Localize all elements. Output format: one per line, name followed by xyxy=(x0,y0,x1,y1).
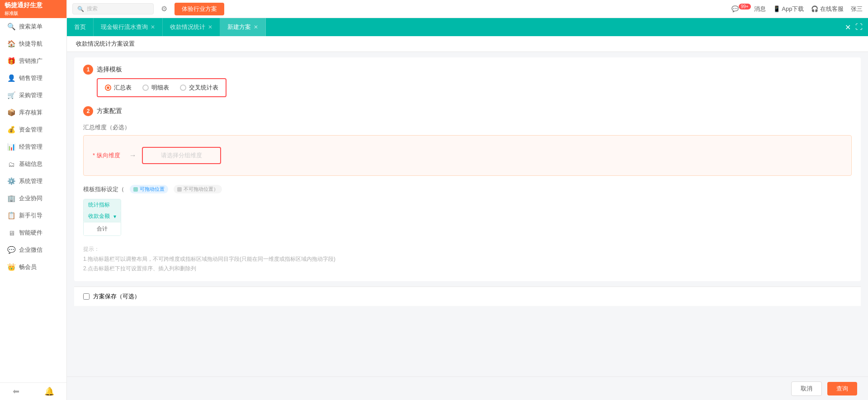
tabbar-expand-icon[interactable]: ⛶ xyxy=(855,23,863,31)
tips-section: 提示： 1.拖动标题栏可以调整布局，不可跨维度或指标区域拖动同目字段(只能在同一… xyxy=(83,245,852,274)
message-icon[interactable]: 💬 99+ 消息 xyxy=(731,5,766,13)
sidebar-item-label: 搜索菜单 xyxy=(19,23,42,31)
indicator-section: 模板指标设定（ 可拖动位置 不可拖动位置） 统计指标 收款金额 ▾ xyxy=(83,185,852,237)
sidebar-item-operations[interactable]: 📊 经营管理 xyxy=(0,138,66,155)
save-row: 方案保存（可选） xyxy=(74,287,861,306)
dim-placeholder: 请选择分组维度 xyxy=(161,152,202,159)
tab-cashflow[interactable]: 现金银行流水查询 ✕ xyxy=(94,18,163,36)
box-icon: 📦 xyxy=(7,108,15,117)
dropdown-icon[interactable]: ▾ xyxy=(113,213,116,220)
radio-summary-label: 汇总表 xyxy=(114,84,132,92)
sidebar-bottom-icon2[interactable]: 🔔 xyxy=(44,386,54,396)
tips-title: 提示： xyxy=(83,246,99,252)
main-area: 🔍 搜索 ⚙ 体验行业方案 💬 99+ 消息 📱 App下载 🎧 在线客服 张三… xyxy=(67,0,868,400)
radio-summary[interactable]: 汇总表 xyxy=(105,84,132,92)
sidebar-item-label: 企业微信 xyxy=(19,246,42,254)
download-link[interactable]: 📱 App下载 xyxy=(773,5,804,13)
stat-tag: 收款金额 ▾ xyxy=(84,211,121,222)
message-label: 消息 xyxy=(754,5,766,12)
sidebar-logo: 畅捷通好生意 标准版 xyxy=(0,0,66,18)
trial-button[interactable]: 体验行业方案 xyxy=(175,3,224,15)
step1-row: 1 选择模板 xyxy=(83,65,852,75)
topbar-search-icon: 🔍 xyxy=(77,6,84,12)
sidebar-item-enterprise[interactable]: 🏢 企业协同 xyxy=(0,190,66,207)
footer-bar: 取消 查询 xyxy=(67,376,868,400)
sidebar-item-finance[interactable]: 💰 资金管理 xyxy=(0,121,66,138)
tab-new-close[interactable]: ✕ xyxy=(254,24,258,30)
sidebar-item-marketing[interactable]: 🎁 营销推广 xyxy=(0,52,66,70)
radio-cross[interactable]: 交叉统计表 xyxy=(180,84,218,92)
main-section: 1 选择模板 汇总表 明细表 交叉统计表 2 xyxy=(74,57,861,281)
user-info: 张三 xyxy=(851,5,863,13)
save-checkbox[interactable] xyxy=(83,293,90,300)
indicator-title-prefix: 模板指标设定（ xyxy=(83,185,124,193)
message-badge: 99+ xyxy=(739,4,751,9)
topbar-right: 💬 99+ 消息 📱 App下载 🎧 在线客服 张三 xyxy=(731,5,863,13)
sidebar-item-sales[interactable]: 👤 销售管理 xyxy=(0,70,66,87)
sidebar-item-inventory[interactable]: 📦 库存核算 xyxy=(0,104,66,121)
step2-row: 2 方案配置 xyxy=(83,106,852,116)
sidebar-item-label: 系统管理 xyxy=(19,177,42,185)
service-link[interactable]: 🎧 在线客服 xyxy=(811,5,844,13)
money-icon: 💰 xyxy=(7,126,15,134)
sidebar-item-member[interactable]: 👑 畅会员 xyxy=(0,259,66,276)
sidebar-item-system[interactable]: ⚙️ 系统管理 xyxy=(0,173,66,190)
tab-cashflow-label: 现金银行流水查询 xyxy=(101,23,148,31)
sidebar-logo-name: 畅捷通好生意 xyxy=(5,1,42,9)
sidebar-item-search[interactable]: 🔍 搜索菜单 xyxy=(0,18,66,35)
tab-stats[interactable]: 收款情况统计 ✕ xyxy=(163,18,220,36)
gift-icon: 🎁 xyxy=(7,57,15,65)
topbar-search-placeholder: 搜索 xyxy=(87,5,98,13)
radio-detail-circle[interactable] xyxy=(142,85,149,91)
hardware-icon: 🖥 xyxy=(7,229,15,237)
sidebar-item-label: 企业协同 xyxy=(19,194,42,202)
config-section: 汇总维度（必选） * 纵向维度 → 请选择分组维度 xyxy=(83,123,852,176)
crown-icon: 👑 xyxy=(7,263,15,271)
tab-stats-close[interactable]: ✕ xyxy=(208,24,212,30)
tab-cashflow-close[interactable]: ✕ xyxy=(151,24,155,30)
user-icon: 👤 xyxy=(7,74,15,82)
radio-detail[interactable]: 明细表 xyxy=(142,84,169,92)
topbar-search-box[interactable]: 🔍 搜索 xyxy=(72,3,154,14)
sidebar-bottom-icon1[interactable]: ⬅ xyxy=(13,386,19,396)
stat-sum-cell: 合计 xyxy=(84,222,121,235)
radio-detail-label: 明细表 xyxy=(151,84,169,92)
step2-num: 2 xyxy=(83,106,93,116)
home-icon: 🏠 xyxy=(7,40,15,48)
tips-line1: 1.拖动标题栏可以调整布局，不可跨维度或指标区域拖动同目字段(只能在同一维度或指… xyxy=(83,256,335,262)
query-button[interactable]: 查询 xyxy=(827,382,857,395)
sidebar-item-label: 资金管理 xyxy=(19,126,42,134)
sidebar-item-basic[interactable]: 🗂 基础信息 xyxy=(0,155,66,173)
template-box: 汇总表 明细表 交叉统计表 xyxy=(97,78,226,97)
sidebar-item-newbie[interactable]: 📋 新手引导 xyxy=(0,207,66,224)
sidebar-item-hardware[interactable]: 🖥 智能硬件 xyxy=(0,224,66,241)
tab-home-label: 首页 xyxy=(74,23,86,31)
sidebar-item-wechat[interactable]: 💬 企业微信 xyxy=(0,241,66,259)
tab-new[interactable]: 新建方案 ✕ xyxy=(220,18,266,36)
sidebar-item-quicknav[interactable]: 🏠 快捷导航 xyxy=(0,35,66,52)
sidebar-item-label: 智能硬件 xyxy=(19,229,42,237)
sidebar-item-label: 经营管理 xyxy=(19,143,42,151)
sidebar: 畅捷通好生意 标准版 🔍 搜索菜单 🏠 快捷导航 🎁 营销推广 👤 销售管理 🛒… xyxy=(0,0,67,400)
topbar-gear-icon[interactable]: ⚙ xyxy=(161,5,167,13)
movable-badge: 可拖动位置 xyxy=(130,185,168,193)
step2-label: 方案配置 xyxy=(97,107,122,115)
tabbar-close-icon[interactable]: ✕ xyxy=(845,23,851,32)
topbar: 🔍 搜索 ⚙ 体验行业方案 💬 99+ 消息 📱 App下载 🎧 在线客服 张三 xyxy=(67,0,868,18)
sidebar-item-label: 新手引导 xyxy=(19,212,42,220)
radio-summary-circle[interactable] xyxy=(105,85,111,91)
cart-icon: 🛒 xyxy=(7,91,15,99)
folder-icon: 🗂 xyxy=(7,160,15,168)
page-title: 收款情况统计方案设置 xyxy=(76,40,135,47)
dim-select-box[interactable]: 请选择分组维度 xyxy=(142,147,221,164)
save-label: 方案保存（可选） xyxy=(93,292,140,301)
stat-table-header: 统计指标 xyxy=(84,199,121,211)
search-icon: 🔍 xyxy=(7,23,15,31)
dimension-area: * 纵向维度 → 请选择分组维度 xyxy=(83,135,852,176)
tab-home[interactable]: 首页 xyxy=(67,18,94,36)
step1-num: 1 xyxy=(83,65,93,75)
radio-cross-label: 交叉统计表 xyxy=(189,84,218,92)
cancel-button[interactable]: 取消 xyxy=(791,381,822,396)
sidebar-item-purchase[interactable]: 🛒 采购管理 xyxy=(0,87,66,104)
radio-cross-circle[interactable] xyxy=(180,85,186,91)
